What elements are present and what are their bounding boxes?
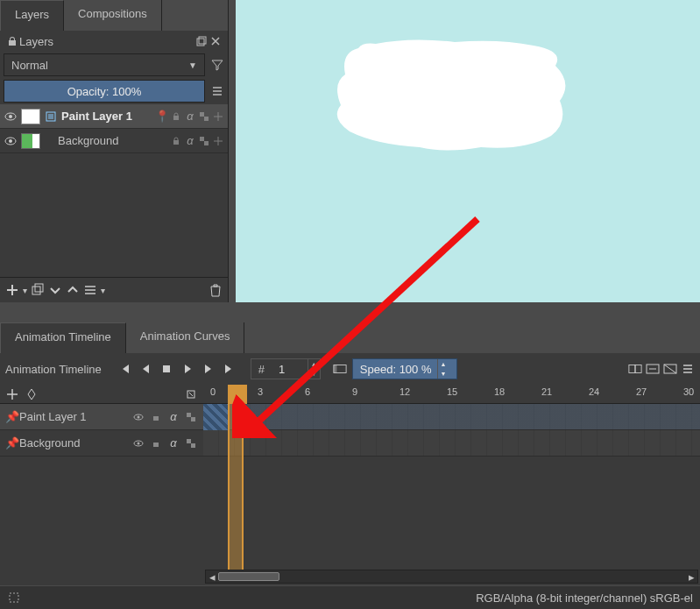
svg-point-30 [138, 442, 140, 444]
docker-tabbar: Layers Compositions [0, 0, 228, 31]
alpha-icon[interactable]: α [166, 410, 180, 424]
settings-menu-button[interactable] [681, 362, 695, 376]
lock-icon[interactable] [170, 135, 182, 147]
layers-docker: Layers Compositions Layers Normal ▼ Opac… [0, 0, 229, 302]
move-down-button[interactable] [48, 283, 62, 297]
layer-property-icons: 📍 α [156, 110, 224, 123]
svg-rect-6 [173, 116, 179, 120]
svg-rect-26 [153, 416, 159, 421]
alpha-icon[interactable]: α [184, 110, 196, 123]
checker-icon[interactable] [184, 410, 198, 424]
move-up-button[interactable] [66, 283, 80, 297]
lock-icon[interactable] [149, 410, 163, 424]
lock-icon[interactable] [170, 110, 182, 123]
float-docker-icon[interactable] [194, 34, 209, 48]
svg-rect-28 [191, 417, 195, 421]
tab-animation-timeline[interactable]: Animation Timeline [0, 322, 126, 353]
svg-line-35 [250, 219, 477, 429]
timeline-layer-panel: 📌 Paint Layer 1 α 📌 Background α [0, 385, 203, 585]
alpha-icon[interactable]: α [166, 436, 180, 450]
visibility-icon[interactable] [4, 110, 18, 124]
svg-rect-15 [35, 284, 43, 292]
hold-frame-span[interactable] [203, 404, 228, 430]
scroll-right-button[interactable]: ▸ [685, 570, 697, 583]
lock-icon[interactable] [149, 436, 163, 450]
visibility-icon[interactable] [4, 134, 18, 148]
chevron-down-icon[interactable]: ▾ [101, 286, 105, 295]
opacity-label: Opacity: [67, 85, 110, 98]
svg-rect-13 [204, 141, 209, 145]
tab-animation-curves[interactable]: Animation Curves [126, 322, 245, 353]
svg-rect-1 [199, 37, 206, 44]
layer-property-icons: α [170, 135, 224, 147]
timeline-layer-name: Paint Layer 1 [19, 410, 128, 423]
svg-rect-27 [187, 413, 191, 417]
layer-thumbnail [21, 133, 40, 149]
filter-icon[interactable] [210, 58, 224, 72]
alpha-icon[interactable]: α [184, 135, 196, 147]
svg-rect-7 [200, 112, 204, 117]
annotation-arrow [232, 210, 495, 438]
pin-icon[interactable]: 📍 [156, 110, 168, 123]
onion-skin-icon[interactable] [628, 362, 642, 376]
layer-item[interactable]: Background α [0, 129, 228, 153]
transport-controls [116, 360, 238, 378]
properties-button[interactable] [83, 283, 97, 297]
layer-type-icon [44, 110, 58, 124]
svg-rect-11 [173, 140, 179, 145]
svg-point-10 [9, 139, 12, 143]
opacity-slider[interactable]: Opacity: 100% [4, 80, 205, 103]
animation-timeline-title: Animation Timeline [5, 363, 102, 376]
ruler-tick: 24 [589, 386, 599, 397]
skip-start-button[interactable] [116, 360, 133, 378]
play-button[interactable] [179, 360, 196, 378]
checker-icon[interactable] [184, 436, 198, 450]
chevron-down-icon: ▼ [188, 60, 197, 70]
move-icon[interactable] [212, 110, 224, 123]
delete-layer-button[interactable] [209, 283, 223, 297]
pin-icon[interactable]: 📌 [5, 410, 16, 423]
timeline-layer-row[interactable]: 📌 Background α [0, 430, 203, 457]
ruler-tick: 21 [541, 386, 552, 397]
scrollbar-thumb[interactable] [218, 572, 279, 581]
add-layer-button[interactable] [5, 283, 19, 297]
opacity-options-icon[interactable] [210, 84, 224, 98]
checker-icon[interactable] [198, 135, 210, 147]
blend-mode-select[interactable]: Normal ▼ [4, 53, 205, 76]
next-frame-button[interactable] [200, 360, 217, 378]
ruler-tick: 27 [636, 386, 647, 397]
visibility-icon[interactable] [131, 410, 145, 424]
timeline-layer-row[interactable]: 📌 Paint Layer 1 α [0, 404, 203, 430]
scroll-left-button[interactable]: ◂ [206, 570, 218, 583]
timeline-scrollbar[interactable]: ◂ ▸ [205, 570, 698, 584]
close-docker-icon[interactable] [209, 34, 223, 48]
remove-keyframe-button[interactable] [25, 387, 39, 401]
pin-layer-button[interactable] [184, 387, 198, 401]
docker-title-text: Layers [19, 35, 53, 48]
add-keyframe-button[interactable] [5, 387, 19, 401]
checker-icon[interactable] [198, 110, 210, 123]
auto-frame-icon[interactable] [646, 362, 660, 376]
visibility-icon[interactable] [131, 436, 145, 450]
tab-compositions[interactable]: Compositions [64, 0, 162, 31]
layer-name[interactable]: Background [58, 134, 166, 147]
layer-name[interactable]: Paint Layer 1 [61, 110, 152, 123]
svg-rect-14 [32, 287, 40, 294]
prev-frame-button[interactable] [137, 360, 154, 378]
timeline-layer-name: Background [19, 436, 128, 450]
selection-indicator-icon[interactable] [7, 591, 21, 605]
duplicate-layer-button[interactable] [31, 283, 45, 297]
status-bar: RGB/Alpha (8-bit integer/channel) sRGB-e… [0, 586, 700, 609]
layer-item[interactable]: Paint Layer 1 📍 α [0, 104, 228, 129]
stop-button[interactable] [158, 360, 175, 378]
move-icon[interactable] [212, 135, 224, 147]
svg-point-3 [9, 115, 12, 118]
svg-rect-0 [197, 39, 204, 46]
svg-rect-32 [187, 439, 191, 443]
pin-icon[interactable]: 📌 [5, 436, 16, 450]
tab-layers[interactable]: Layers [0, 0, 64, 31]
zoom-icon[interactable] [663, 362, 677, 376]
svg-rect-12 [200, 137, 204, 141]
svg-rect-16 [163, 365, 170, 372]
chevron-down-icon[interactable]: ▾ [23, 286, 27, 295]
